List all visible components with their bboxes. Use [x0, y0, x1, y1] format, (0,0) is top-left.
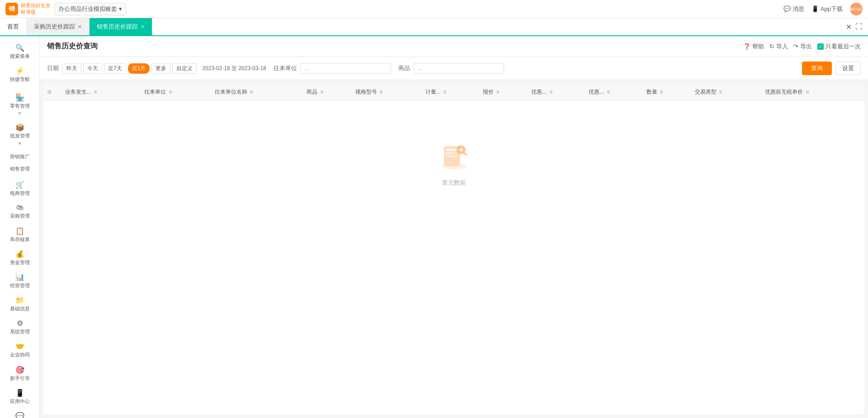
tab-home[interactable]: 首页: [0, 18, 27, 35]
date-btn-7days[interactable]: 近7天: [104, 63, 126, 74]
logo-text: 销售得好生意 标准版: [21, 3, 51, 14]
sidebar-item-wholesale-mgmt[interactable]: 📦 批发管理 ▲: [0, 119, 39, 149]
sidebar-item-finance[interactable]: 💰 资金管理: [0, 246, 39, 269]
table-header-row: ⚙ 业务发生... ⇅ 往来单位 ⇅ 往来单位名称 ⇅: [43, 84, 864, 101]
col-partner-code[interactable]: 往来单位 ⇅: [141, 84, 211, 101]
sidebar-item-sales-mgmt[interactable]: 销售管理: [0, 163, 39, 175]
settings-gear-icon[interactable]: ⚙: [47, 89, 52, 95]
col-quantity[interactable]: 数量 ⇅: [643, 84, 691, 101]
logo-icon: 销: [5, 3, 18, 15]
partner-filter-group: 往来单位 ...: [274, 63, 391, 74]
sidebar-item-system[interactable]: ⚙ 系统管理: [0, 315, 39, 338]
sub-nav-wholesale: 营销推广 销售管理: [0, 149, 39, 177]
sidebar-item-retail-mgmt[interactable]: 🏪 零售管理 ▼: [0, 90, 39, 119]
app-download-button[interactable]: 📱 App下载: [811, 5, 843, 13]
maximize-button[interactable]: ⛶: [855, 23, 863, 31]
import-button[interactable]: ↻ 导入: [769, 43, 788, 51]
top-bar-left: 销 销售得好生意 标准版 办公用品行业模拟账套 ▾: [5, 3, 126, 15]
sort-icon-partner-name: ⇅: [250, 90, 253, 95]
date-btn-yesterday[interactable]: 昨天: [62, 63, 81, 74]
sort-icon-pretax-price: ⇅: [806, 90, 809, 95]
empty-state: 暂元数据: [43, 101, 864, 223]
sort-icon-trade-type: ⇅: [719, 90, 722, 95]
purchase-history-tab-label: 采购历史价跟踪: [34, 23, 75, 31]
sidebar-item-marketing[interactable]: 营销推广: [0, 151, 39, 163]
svg-rect-3: [446, 152, 455, 154]
sidebar-item-enterprise-wechat[interactable]: 💬 企业微信: [0, 408, 39, 418]
sort-icon-spec: ⇅: [379, 90, 383, 95]
search-icon: 🔍: [15, 43, 24, 52]
col-settings[interactable]: ⚙: [43, 84, 61, 101]
user-profile[interactable]: demo2: [850, 3, 863, 15]
message-button[interactable]: 💬 消息: [783, 5, 804, 13]
only-last-checkbox[interactable]: ✓ 只看最后一次: [817, 43, 861, 51]
settings-button[interactable]: 设置: [835, 62, 861, 75]
empty-state-text: 暂元数据: [442, 179, 466, 187]
sidebar-item-beginner[interactable]: 🎯 新手引导: [0, 362, 39, 385]
sidebar-item-basic-info[interactable]: 📁 基础信息: [0, 292, 39, 315]
filter-bar: 日期 昨天 今天 近7天 近1月 更多 自定义 2023-02-18 至 202…: [40, 57, 868, 80]
sidebar-item-inventory[interactable]: 📋 库存核算: [0, 223, 39, 246]
col-discount1[interactable]: 优惠... ⇅: [528, 84, 585, 101]
col-quote[interactable]: 报价 ⇅: [479, 84, 528, 101]
purchase-history-tab-close[interactable]: ✕: [78, 24, 82, 30]
sort-icon-quote: ⇅: [496, 90, 500, 95]
app-icon: 📱: [15, 389, 24, 397]
sidebar-item-ecommerce[interactable]: 🛒 电商管理: [0, 177, 39, 200]
sort-icon-partner-code: ⇅: [169, 90, 172, 95]
sidebar-item-purchase[interactable]: 🛍 采购管理: [0, 200, 39, 223]
checkbox-icon: ✓: [817, 43, 824, 50]
product-input[interactable]: ...: [414, 63, 504, 74]
sidebar-item-app-center[interactable]: 📱 应用中心: [0, 385, 39, 408]
cart-icon: 🛒: [15, 180, 24, 189]
sort-icon-product: ⇅: [320, 90, 324, 95]
table-container: ⚙ 业务发生... ⇅ 往来单位 ⇅ 往来单位名称 ⇅: [43, 84, 864, 414]
product-filter-group: 商品 ...: [398, 63, 504, 74]
tab-bar: 首页 采购历史价跟踪 ✕ 销售历史价跟踪 ✕ ✕ ⛶: [0, 18, 868, 36]
store-icon: 🏪: [15, 93, 24, 102]
sidebar-item-operation[interactable]: 📊 经营管理: [0, 269, 39, 292]
col-trade-type[interactable]: 交易类型 ⇅: [691, 84, 761, 101]
partner-input[interactable]: ...: [301, 63, 391, 74]
tab-purchase-history[interactable]: 采购历史价跟踪 ✕: [27, 18, 90, 35]
inventory-icon: 📋: [15, 227, 24, 235]
download-icon: 📱: [811, 5, 819, 12]
date-btn-today[interactable]: 今天: [83, 63, 102, 74]
sidebar-item-quick-nav[interactable]: ⚡ 快捷导航: [0, 63, 39, 86]
top-bar: 销 销售得好生意 标准版 办公用品行业模拟账套 ▾ 💬 消息 📱 App下载 d…: [0, 0, 868, 18]
sidebar-item-search-menu[interactable]: 🔍 搜索菜单: [0, 40, 39, 63]
main-layout: 🔍 搜索菜单 ⚡ 快捷导航 🏪 零售管理 ▼ 📦 批发管理 ▲ 营销推广 销售管…: [0, 36, 868, 418]
chart-icon: 📊: [15, 273, 24, 281]
close-tab-button[interactable]: ✕: [846, 23, 852, 31]
date-btn-1month[interactable]: 近1月: [128, 63, 150, 74]
product-placeholder: ...: [418, 65, 422, 71]
col-discount2[interactable]: 优惠... ⇅: [585, 84, 642, 101]
svg-rect-2: [446, 149, 458, 151]
col-pretax-price[interactable]: 优惠前无税单价 ⇅: [761, 84, 864, 101]
page-header: 销售历史价查询 ❓ 帮助 ↻ 导入 ↷ 导出 ✓ 只看最后一次: [40, 36, 868, 57]
sales-history-tab-close[interactable]: ✕: [141, 24, 145, 30]
date-btn-custom[interactable]: 自定义: [172, 63, 197, 74]
home-tab-label: 首页: [7, 23, 19, 31]
sidebar-item-enterprise-coop[interactable]: 🤝 企业协同: [0, 338, 39, 361]
query-button[interactable]: 查询: [802, 62, 832, 75]
col-partner-name[interactable]: 往来单位名称 ⇅: [211, 84, 303, 101]
col-biz-date[interactable]: 业务发生... ⇅: [61, 84, 141, 101]
chevron-up-icon-wholesale: ▲: [18, 140, 22, 145]
date-btn-more[interactable]: 更多: [151, 63, 170, 74]
col-spec[interactable]: 规格型号 ⇅: [352, 84, 422, 101]
sort-icon-discount1: ⇅: [549, 90, 553, 95]
purchase-icon: 🛍: [16, 204, 24, 212]
date-range-display: 2023-02-18 至 2023-03-18: [202, 65, 266, 72]
filter-actions: 查询 设置: [802, 62, 861, 75]
tab-sales-history[interactable]: 销售历史价跟踪 ✕: [90, 18, 152, 35]
export-button[interactable]: ↷ 导出: [793, 43, 812, 51]
date-label: 日期: [47, 64, 59, 72]
tab-bar-actions: ✕ ⛶: [840, 18, 868, 35]
svg-line-8: [464, 152, 467, 155]
content-area: 销售历史价查询 ❓ 帮助 ↻ 导入 ↷ 导出 ✓ 只看最后一次: [40, 36, 868, 418]
col-unit[interactable]: 计量... ⇅: [422, 84, 479, 101]
col-product[interactable]: 商品 ⇅: [303, 84, 351, 101]
app-selector[interactable]: 办公用品行业模拟账套 ▾: [54, 3, 126, 15]
help-button[interactable]: ❓ 帮助: [743, 43, 764, 51]
